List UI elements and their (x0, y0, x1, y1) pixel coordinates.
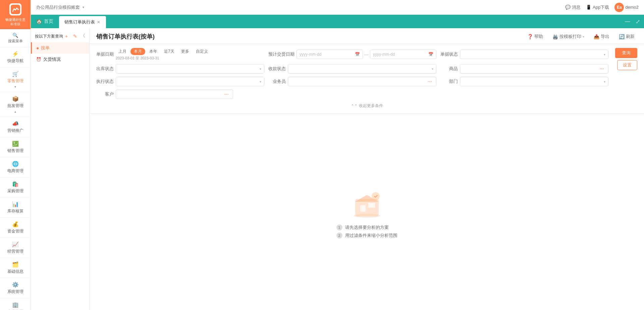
customer-select[interactable]: ··· (116, 90, 233, 99)
page-header: 销售订单执行表(按单) ❓ 帮助 🖨️ 按模板打印 ▾ 📤 (90, 28, 644, 44)
press-label: 按单 (41, 45, 50, 51)
tab-close-btn[interactable]: ✕ (97, 20, 100, 24)
salesperson-select[interactable]: ··· (288, 77, 436, 86)
avatar: Ea (614, 3, 624, 12)
date-tab-7days[interactable]: 近7天 (161, 48, 177, 55)
edit-scheme-btn[interactable]: ✎ (72, 33, 78, 40)
salesperson-dots-btn[interactable]: ··· (426, 79, 433, 85)
out-status-arrow: ▾ (260, 67, 261, 71)
left-panel-title: 按以下方案查询 (35, 34, 63, 39)
export-btn[interactable]: 📤 导出 (591, 32, 612, 41)
settings-btn[interactable]: 设置 (617, 60, 637, 70)
sidebar-search-item[interactable]: 🔍 搜索菜单 (0, 29, 31, 47)
edit-icon: ✎ (73, 34, 77, 39)
left-panel-item-press[interactable]: ● 按单 (31, 42, 89, 54)
home-icon: 🏠 (36, 19, 42, 24)
sidebar-item-operation[interactable]: 📈 经营管理 (0, 238, 31, 258)
content-inner: 按以下方案查询 + ✎ 《 ● 按单 (31, 28, 644, 310)
sidebar-item-quick-nav[interactable]: ⚡ 快捷导航 (0, 47, 31, 67)
expected-date-start[interactable]: yyyy-mm-dd 📅 (297, 50, 363, 59)
sidebar-item-finance[interactable]: 💰 资金管理 (0, 218, 31, 238)
expected-date-end-placeholder: yyyy-mm-dd (373, 52, 395, 57)
message-btn[interactable]: 💬 消息 (565, 4, 581, 10)
filter-row-3: 执行状态 ▾ 业务员 (96, 77, 612, 86)
collapse-more-label: 收起更多条件 (359, 103, 383, 109)
filter-item-dept: 部门 ▾ (440, 77, 612, 86)
date-range-display: 2023-03-01 至 2023-03-31 (116, 56, 264, 61)
expected-date-end[interactable]: yyyy-mm-dd 📅 (370, 50, 436, 59)
collapse-more-btn[interactable]: ⌃⌃ 收起更多条件 (96, 101, 637, 109)
breadcrumb-arrow[interactable]: ▾ (83, 5, 84, 9)
exec-status-select[interactable]: ▾ (116, 77, 264, 86)
filter-item-collect-status: 收款状态 ▾ (268, 64, 440, 73)
print-btn[interactable]: 🖨️ 按模板打印 ▾ (550, 32, 587, 41)
collect-status-label: 收款状态 (268, 66, 286, 72)
empty-illustration (347, 186, 387, 219)
empty-tips: 1 请先选择要分析的方案 2 用过滤条件来缩小分析范围 (336, 224, 397, 239)
user-menu[interactable]: Ea demo2 (614, 3, 639, 12)
sidebar-item-wholesale[interactable]: 📦 批发管理 ▴ (0, 92, 31, 117)
tabbar-minimize-btn[interactable]: — (624, 18, 632, 25)
collapse-icon: 《 (80, 33, 85, 38)
product-dots-btn[interactable]: ··· (598, 66, 605, 72)
main-area: 办公用品行业模拟账套 ▾ 💬 消息 📱 App下载 Ea demo2 🏠 首页 (31, 0, 644, 310)
sidebar-item-ecommerce[interactable]: 🌐 电商管理 (0, 157, 31, 177)
left-panel-item-arrears[interactable]: ⏰ 欠货情况 (31, 54, 89, 65)
filter-row-1: 单据日期 上月 本月 本年 近7天 更多 自定义 (96, 48, 612, 61)
filter-row-2: 出库状态 ▾ 收款状态 (96, 64, 612, 73)
date-tab-last-month[interactable]: 上月 (116, 48, 129, 55)
sidebar-item-inventory[interactable]: 📊 库存核算 (0, 198, 31, 218)
svg-rect-5 (368, 203, 375, 208)
sidebar-item-retail[interactable]: 🛒 零售管理 ▾ (0, 67, 31, 92)
tip-2-text: 用过滤条件来缩小分析范围 (345, 232, 397, 239)
sidebar-search-label: 搜索菜单 (3, 39, 28, 44)
topbar: 办公用品行业模拟账套 ▾ 💬 消息 📱 App下载 Ea demo2 (31, 0, 644, 15)
date-tab-more[interactable]: 更多 (178, 48, 192, 55)
collapse-left-panel-btn[interactable]: 《 (80, 33, 85, 40)
sidebar-item-sales[interactable]: 💹 销售管理 (0, 137, 31, 157)
refresh-btn[interactable]: 🔄 刷新 (616, 32, 637, 41)
empty-tip-2: 2 用过滤条件来缩小分析范围 (336, 232, 397, 239)
date-tab-this-month[interactable]: 本月 (130, 48, 145, 55)
tab-sales-exec[interactable]: 销售订单执行表 ✕ (59, 16, 106, 28)
out-status-label: 出库状态 (96, 66, 114, 72)
doc-status-select[interactable]: ▾ (460, 50, 608, 59)
product-select[interactable]: ··· (460, 64, 608, 73)
tab-home-label: 首页 (44, 18, 53, 24)
refresh-icon: 🔄 (619, 34, 625, 39)
refresh-label: 刷新 (626, 34, 635, 40)
tab-home[interactable]: 🏠 首页 (31, 15, 59, 28)
date-separator: — (364, 52, 369, 57)
tip-1-text: 请先选择要分析的方案 (345, 224, 389, 230)
exec-status-arrow: ▾ (260, 80, 261, 84)
customer-dots-btn[interactable]: ··· (223, 91, 230, 97)
collect-status-select[interactable]: ▾ (288, 64, 436, 73)
left-panel: 按以下方案查询 + ✎ 《 ● 按单 (31, 28, 90, 310)
query-btn[interactable]: 查询 (615, 48, 637, 58)
message-label: 消息 (572, 4, 581, 10)
help-btn[interactable]: ❓ 帮助 (525, 32, 546, 41)
empty-state: 1 请先选择要分析的方案 2 用过滤条件来缩小分析范围 (90, 114, 644, 310)
tabbar-controls: — ⤢ (621, 15, 644, 28)
calendar-icon-2: 📅 (428, 52, 433, 57)
sidebar-item-enterprise[interactable]: 🏢 企业协同 (0, 298, 31, 310)
sidebar-item-system[interactable]: ⚙️ 系统管理 (0, 278, 31, 298)
sidebar-item-purchase[interactable]: 🛍️ 采购管理 (0, 177, 31, 198)
sidebar-item-marketing[interactable]: 📣 营销推广 (0, 117, 31, 137)
app-download-btn[interactable]: 📱 App下载 (586, 4, 609, 10)
add-scheme-btn[interactable]: + (63, 33, 70, 40)
tabbar-expand-btn[interactable]: ⤢ (634, 18, 641, 25)
app-logo: 畅捷通好生意 标准版 (0, 0, 31, 29)
export-icon: 📤 (594, 34, 599, 39)
username-label: demo2 (625, 5, 639, 10)
date-tab-custom[interactable]: 自定义 (193, 48, 211, 55)
collect-status-arrow: ▾ (432, 67, 433, 71)
sidebar-item-basic[interactable]: 🗂️ 基础信息 (0, 258, 31, 278)
svg-rect-4 (360, 205, 366, 212)
content: 按以下方案查询 + ✎ 《 ● 按单 (31, 28, 644, 310)
filter-item-exec-status: 执行状态 ▾ (96, 77, 268, 86)
product-label: 商品 (440, 66, 458, 72)
out-status-select[interactable]: ▾ (116, 64, 264, 73)
dept-select[interactable]: ▾ (460, 77, 608, 86)
date-tab-this-year[interactable]: 本年 (147, 48, 160, 55)
